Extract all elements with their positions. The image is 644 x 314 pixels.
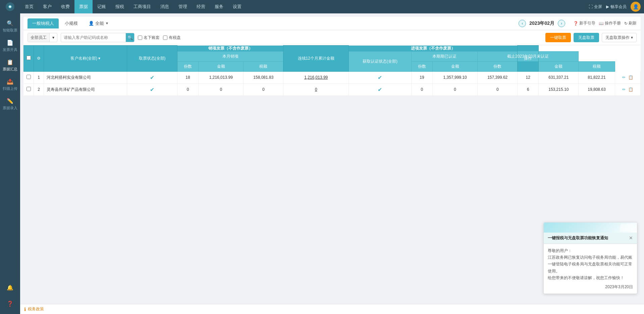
select-all-checkbox[interactable] bbox=[26, 56, 31, 60]
member-button[interactable]: ▶ 畅享会员 bbox=[606, 4, 627, 10]
sidebar-item-invoice-entry[interactable]: ✏️ 票据录入 bbox=[1, 95, 19, 113]
row-view-button[interactable]: 📋 bbox=[628, 87, 633, 92]
notification-line1: 尊敬的用户： bbox=[548, 247, 633, 254]
tax-disk-input[interactable] bbox=[163, 36, 167, 40]
table-header-sales-group: 销项发票（不含作废票） bbox=[177, 46, 283, 52]
nav-service[interactable]: 服务 bbox=[210, 0, 228, 13]
notification-body: 尊敬的用户： 江苏政务网已恢复访问电子税务局功能，易代账一键登陆电子税务局与无盘… bbox=[544, 244, 637, 294]
row-index: 2 bbox=[34, 83, 44, 96]
filter-bar: 全部员工 ▾ 🔍 名下账套 有税盘 一键取票 无盘取票 无盘取票操作 ▾ bbox=[23, 30, 641, 45]
nav-tax[interactable]: 报税 bbox=[111, 0, 129, 13]
date-prev-button[interactable]: ‹ bbox=[519, 20, 526, 27]
manual-link[interactable]: 📖 操作手册 bbox=[599, 20, 621, 26]
user-avatar[interactable]: 👤 bbox=[631, 2, 641, 12]
row-actions: ✏ 📋 bbox=[615, 71, 640, 83]
fullscreen-icon: ⛶ bbox=[589, 4, 593, 9]
tab-general-taxpayer[interactable]: 一般纳税人 bbox=[28, 18, 59, 28]
tax-policy-link[interactable]: 税务政策 bbox=[28, 306, 44, 312]
popup-decoration bbox=[544, 223, 637, 233]
one-click-fetch-button[interactable]: 一键取票 bbox=[545, 33, 571, 42]
invoice-table: ⚙ 客户名称(全部) ▾ 取票状态(全部) 销项发票（不含作废票） 连续12个月… bbox=[23, 45, 641, 96]
table-col-qty: 份数 bbox=[177, 61, 198, 71]
row-current-amount: 1,216,013.99 bbox=[199, 71, 244, 83]
nav-accounting[interactable]: 记账 bbox=[93, 0, 111, 13]
tab-small-scale[interactable]: 小规模 bbox=[60, 18, 83, 28]
row-index: 1 bbox=[34, 71, 44, 83]
svg-point-1 bbox=[9, 6, 11, 8]
employee-filter[interactable]: 全部员工 ▾ bbox=[28, 33, 57, 42]
invoice-entry-icon: ✏️ bbox=[6, 97, 14, 105]
notification-popup: 一键报税与无盘取票功能恢复通知 ✕ 尊敬的用户： 江苏政务网已恢复访问电子税务局… bbox=[543, 222, 637, 294]
search-button[interactable]: 🔍 bbox=[126, 33, 134, 42]
sidebar-item-scan-upload[interactable]: 📤 扫描上传 bbox=[1, 75, 19, 94]
table-subheader-recognition-status: 获取认证状态(全部) bbox=[349, 51, 412, 71]
tab-all-dropdown-icon: ▼ bbox=[105, 21, 109, 25]
table-header-checkbox bbox=[24, 46, 34, 72]
nav-operation[interactable]: 经营 bbox=[192, 0, 210, 13]
row-current-qty: 0 bbox=[177, 83, 198, 96]
tax-disk-checkbox[interactable]: 有税盘 bbox=[163, 35, 181, 41]
invoice-summary-icon: 📋 bbox=[6, 58, 14, 66]
row-period-tax: 0 bbox=[478, 83, 518, 96]
sidebar-bottom: 🔔 ❓ bbox=[1, 281, 19, 314]
row-customer-name: 灵寿县尚泽矿产品有限公司 bbox=[44, 83, 127, 96]
row-period-qty: 0 bbox=[411, 83, 432, 96]
sidebar-item-help[interactable]: ❓ bbox=[1, 297, 19, 310]
nav-business[interactable]: 工商项目 bbox=[129, 0, 156, 13]
tab-all[interactable]: 👤 全能 ▼ bbox=[84, 18, 113, 28]
nav-settings[interactable]: 设置 bbox=[228, 0, 246, 13]
table-subheader-period-recognized: 本期期已认证 bbox=[411, 51, 478, 61]
under-account-input[interactable] bbox=[138, 36, 142, 40]
left-sidebar: 🔍 智能取票 📄 发票开具 📋 票据汇总 📤 扫描上传 ✏️ 票据录入 🔔 ❓ bbox=[0, 13, 20, 314]
refresh-link[interactable]: ↻ 刷新 bbox=[624, 20, 637, 26]
table-header-consecutive: 连续12个月累计金额 bbox=[283, 46, 349, 72]
sidebar-item-invoice-summary[interactable]: 📋 票据汇总 bbox=[1, 56, 19, 74]
new-guide-link[interactable]: ❓ 新手引导 bbox=[573, 20, 595, 26]
nav-customer[interactable]: 客户 bbox=[38, 0, 56, 13]
row-actions: ✏ 📋 bbox=[615, 83, 640, 96]
search-input[interactable] bbox=[61, 35, 126, 40]
nav-fee[interactable]: 收费 bbox=[56, 0, 74, 13]
help-icon: ❓ bbox=[6, 300, 14, 307]
table-header-customer: 客户名称(全部) ▾ bbox=[44, 46, 127, 72]
notification-line4: 2023年3月20日 bbox=[548, 284, 633, 290]
tab-all-icon: 👤 bbox=[89, 21, 94, 26]
date-next-button[interactable]: › bbox=[558, 20, 565, 27]
row-consecutive-amount: 1,216,013.99 bbox=[283, 71, 349, 83]
row-customer-name: 河北柯搭柯实业有限公司 bbox=[44, 71, 127, 83]
row-fetch-status: ✔ bbox=[127, 83, 177, 96]
guide-icon: ❓ bbox=[573, 21, 578, 26]
row-current-qty: 18 bbox=[177, 71, 198, 83]
no-disk-fetch-button[interactable]: 无盘取票 bbox=[574, 33, 599, 42]
row-edit-button[interactable]: ✏ bbox=[622, 87, 626, 92]
refresh-icon: ↻ bbox=[624, 21, 628, 26]
under-account-checkbox[interactable]: 名下账套 bbox=[138, 35, 160, 41]
row-checkbox[interactable] bbox=[24, 71, 34, 83]
nav-manage[interactable]: 管理 bbox=[174, 0, 192, 13]
no-disk-operations-button[interactable]: 无盘取票操作 ▾ bbox=[602, 33, 637, 42]
table-header-gear: ⚙ bbox=[34, 46, 44, 72]
row-current-tax: 158,081.83 bbox=[244, 71, 283, 83]
nav-home[interactable]: 首页 bbox=[20, 0, 38, 13]
sidebar-item-notification[interactable]: 🔔 bbox=[1, 281, 19, 294]
nav-invoice[interactable]: 票据 bbox=[74, 0, 93, 13]
invoice-table-container: ⚙ 客户名称(全部) ▾ 取票状态(全部) 销项发票（不含作废票） 连续12个月… bbox=[23, 45, 641, 96]
row-recognition-icon: ✔ bbox=[349, 71, 412, 83]
table-row: 2 灵寿县尚泽矿产品有限公司 ✔ 0 0 0 0 ✔ 0 0 0 6 153,2… bbox=[24, 83, 641, 96]
row-checkbox[interactable] bbox=[24, 83, 34, 96]
notification-title: 一键报税与无盘取票功能恢复通知 bbox=[548, 235, 608, 241]
row-edit-button[interactable]: ✏ bbox=[622, 75, 626, 80]
row-fetch-status: ✔ bbox=[127, 71, 177, 83]
table-row: 1 河北柯搭柯实业有限公司 ✔ 18 1,216,013.99 158,081.… bbox=[24, 71, 641, 83]
nav-menu: 首页 客户 收费 票据 记账 报税 工商项目 消息 管理 经营 服务 设置 bbox=[20, 0, 589, 13]
sidebar-item-smart-fetch[interactable]: 🔍 智能取票 bbox=[1, 17, 19, 36]
row-view-button[interactable]: 📋 bbox=[628, 75, 633, 80]
notification-close-button[interactable]: ✕ bbox=[629, 235, 633, 241]
sidebar-item-invoice-open[interactable]: 📄 发票开具 bbox=[1, 36, 19, 55]
table-body: 1 河北柯搭柯实业有限公司 ✔ 18 1,216,013.99 158,081.… bbox=[24, 71, 641, 96]
nav-message[interactable]: 消息 bbox=[156, 0, 174, 13]
table-subheader-current-month: 本月销项 bbox=[177, 51, 283, 61]
row-consecutive-amount: 0 bbox=[283, 83, 349, 96]
fullscreen-button[interactable]: ⛶ 全屏 bbox=[589, 4, 602, 10]
nav-right-actions: ⛶ 全屏 ▶ 畅享会员 👤 bbox=[589, 2, 641, 12]
